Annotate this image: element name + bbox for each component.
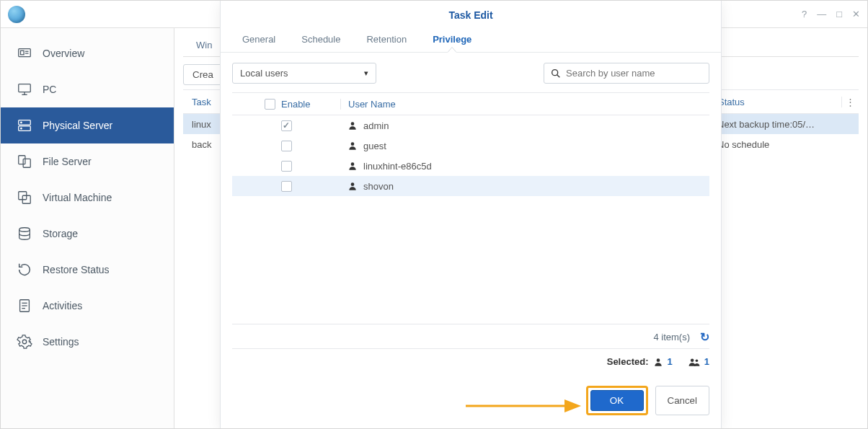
- sidebar-item-activities[interactable]: Activities: [1, 288, 174, 324]
- user-row[interactable]: guest: [232, 136, 709, 156]
- sidebar-item-pc[interactable]: PC: [1, 71, 174, 107]
- dialog-top-bar: Local users ▾: [232, 63, 709, 84]
- sidebar-item-storage[interactable]: Storage: [1, 216, 174, 252]
- help-icon[interactable]: ?: [802, 9, 807, 19]
- sidebar-label: Physical Server: [43, 120, 112, 131]
- task-edit-dialog: Task Edit General Schedule Retention Pri…: [220, 1, 722, 428]
- select-value: Local users: [240, 68, 288, 79]
- items-count: 4 item(s): [653, 332, 690, 342]
- search-icon: [550, 68, 562, 79]
- svg-point-9: [21, 122, 22, 123]
- ok-button-highlight: OK: [586, 386, 648, 415]
- sidebar-label: Overview: [43, 48, 84, 59]
- svg-rect-1: [21, 50, 25, 55]
- svg-marker-31: [564, 399, 581, 412]
- svg-point-25: [351, 162, 355, 166]
- sidebar-label: Activities: [43, 300, 82, 311]
- sidebar-label: Restore Status: [43, 264, 110, 275]
- select-all-checkbox[interactable]: [265, 99, 275, 110]
- ok-button[interactable]: OK: [590, 390, 644, 411]
- sidebar-label: Settings: [43, 336, 79, 348]
- user-icon: [347, 120, 358, 131]
- user-icon: [347, 181, 358, 191]
- user-table-header: Enable User Name: [232, 92, 709, 115]
- sidebar-item-settings[interactable]: Settings: [1, 324, 174, 360]
- sidebar-label: File Server: [43, 156, 92, 167]
- svg-point-27: [656, 358, 660, 362]
- tab-retention[interactable]: Retention: [365, 28, 408, 52]
- user-row[interactable]: linuxhint-e86c5d: [232, 156, 709, 176]
- svg-point-10: [21, 128, 22, 128]
- user-row[interactable]: admin: [232, 115, 709, 136]
- window-controls: ? — □ ✕: [802, 9, 860, 19]
- tab-privilege[interactable]: Privilege: [431, 28, 473, 52]
- group-icon: [688, 357, 700, 367]
- sidebar-label: Virtual Machine: [43, 192, 112, 203]
- activities-icon: [17, 298, 32, 314]
- search-input[interactable]: [566, 68, 703, 79]
- maximize-icon[interactable]: □: [836, 9, 842, 19]
- pc-icon: [17, 81, 32, 97]
- restore-icon: [17, 262, 32, 278]
- svg-line-22: [557, 74, 560, 77]
- reload-icon[interactable]: ↻: [700, 330, 709, 344]
- user-icon: [653, 357, 663, 367]
- enable-checkbox[interactable]: [281, 141, 292, 151]
- user-name: shovon: [363, 181, 394, 192]
- annotation-arrow: [462, 395, 581, 417]
- username-column-header[interactable]: User Name: [340, 99, 709, 110]
- dialog-tabs: General Schedule Retention Privilege: [221, 25, 721, 53]
- app-logo: [8, 6, 25, 23]
- selected-user-count: 1: [668, 356, 673, 367]
- task-status: Next backup time:05/…: [712, 119, 841, 130]
- cancel-button[interactable]: Cancel: [655, 386, 710, 415]
- svg-point-15: [19, 228, 30, 232]
- gear-icon: [17, 334, 32, 350]
- close-icon[interactable]: ✕: [852, 9, 860, 19]
- sidebar: Overview PC Physical Server File Server …: [1, 28, 174, 428]
- main-tab[interactable]: Win: [183, 34, 225, 56]
- table-menu-icon[interactable]: ⋮: [841, 97, 859, 107]
- sidebar-item-physical-server[interactable]: Physical Server: [1, 107, 174, 143]
- enable-checkbox[interactable]: [281, 161, 292, 172]
- tab-schedule[interactable]: Schedule: [300, 28, 342, 52]
- svg-point-20: [22, 340, 27, 344]
- svg-rect-11: [19, 156, 25, 164]
- selected-group-count: 1: [704, 356, 709, 367]
- svg-point-26: [351, 182, 355, 186]
- sidebar-item-file-server[interactable]: File Server: [1, 143, 174, 180]
- user-row[interactable]: shovon: [232, 176, 709, 196]
- sidebar-label: PC: [43, 84, 56, 95]
- tab-general[interactable]: General: [241, 28, 277, 52]
- svg-point-28: [691, 358, 694, 362]
- minimize-icon[interactable]: —: [817, 9, 826, 19]
- user-scope-select[interactable]: Local users ▾: [232, 63, 376, 84]
- task-status: No schedule: [712, 139, 841, 150]
- create-button[interactable]: Crea: [183, 64, 223, 85]
- dialog-body: Local users ▾ Enable User Name: [221, 53, 721, 373]
- selected-label: Selected:: [607, 356, 649, 367]
- sidebar-item-vm[interactable]: Virtual Machine: [1, 180, 174, 216]
- enable-checkbox[interactable]: [281, 181, 292, 192]
- user-table: Enable User Name admin: [232, 92, 709, 324]
- enable-column-header[interactable]: Enable: [232, 99, 340, 110]
- user-icon: [347, 141, 358, 151]
- vm-icon: [17, 190, 32, 205]
- svg-point-24: [351, 142, 355, 146]
- status-col-header[interactable]: Status: [712, 97, 841, 107]
- overview-icon: [17, 45, 32, 61]
- svg-point-23: [351, 122, 355, 125]
- items-count-bar: 4 item(s) ↻: [232, 324, 709, 349]
- server-icon: [17, 118, 32, 133]
- sidebar-item-overview[interactable]: Overview: [1, 35, 174, 71]
- dialog-footer: OK Cancel: [221, 373, 721, 428]
- storage-icon: [17, 226, 32, 242]
- svg-point-29: [695, 359, 698, 362]
- enable-checkbox[interactable]: [281, 120, 292, 131]
- svg-rect-12: [23, 159, 30, 167]
- user-name: admin: [363, 120, 389, 131]
- sidebar-item-restore-status[interactable]: Restore Status: [1, 252, 174, 288]
- search-input-wrapper[interactable]: [544, 63, 709, 84]
- sidebar-label: Storage: [43, 228, 78, 239]
- user-name: guest: [363, 141, 386, 151]
